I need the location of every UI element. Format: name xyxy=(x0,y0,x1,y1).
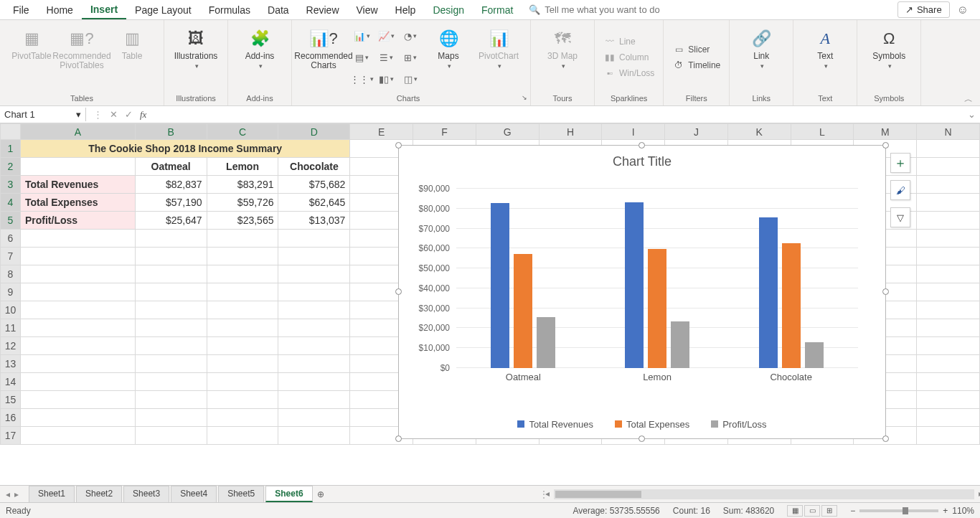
cell-B4[interactable]: $57,190 xyxy=(135,194,207,212)
expand-formula-bar[interactable]: ⌄ xyxy=(963,109,980,120)
worksheet-grid[interactable]: ABCDEFGHIJKLMN1The Cookie Shop 2018 Inco… xyxy=(0,123,980,482)
column-header-C[interactable]: C xyxy=(207,124,278,140)
row-header-14[interactable]: 14 xyxy=(1,373,21,391)
tab-page-layout[interactable]: Page Layout xyxy=(126,1,200,19)
cell-B15[interactable] xyxy=(135,391,207,409)
collapse-ribbon-button[interactable]: ︿ xyxy=(957,93,980,105)
tab-view[interactable]: View xyxy=(348,1,387,19)
column-header-H[interactable]: H xyxy=(539,124,602,140)
chart-title[interactable]: Chart Title xyxy=(399,154,885,169)
cell-B9[interactable] xyxy=(135,283,207,301)
cell-A4[interactable]: Total Expenses xyxy=(20,194,135,212)
cell-B17[interactable] xyxy=(135,427,207,445)
share-button[interactable]: ↗ Share xyxy=(897,1,950,18)
chart-plot-area[interactable] xyxy=(456,189,858,368)
cell-D7[interactable] xyxy=(278,248,350,265)
sheet-tab-sheet3[interactable]: Sheet3 xyxy=(123,486,169,502)
column-header-G[interactable]: G xyxy=(476,124,539,140)
pivotchart-button[interactable]: 📊PivotChart xyxy=(476,27,522,88)
sparkline-line-button[interactable]: 〰Line xyxy=(603,35,654,48)
cell-C10[interactable] xyxy=(207,301,278,319)
bar-total-expenses-chocolate[interactable] xyxy=(782,243,801,368)
cell-C14[interactable] xyxy=(207,373,278,391)
sheet-tab-sheet5[interactable]: Sheet5 xyxy=(218,486,264,502)
timeline-button[interactable]: ⏱Timeline xyxy=(672,59,720,72)
cell-D17[interactable] xyxy=(278,427,350,445)
cell-C8[interactable] xyxy=(207,265,278,283)
column-header-F[interactable]: F xyxy=(413,124,476,140)
cell-A8[interactable] xyxy=(20,265,135,283)
chart-styles-button[interactable]: 🖌 xyxy=(890,180,910,200)
cell-N3[interactable] xyxy=(917,176,980,194)
cell-A9[interactable] xyxy=(20,283,135,301)
cell-B3[interactable]: $82,837 xyxy=(135,176,207,194)
cell-N8[interactable] xyxy=(917,265,980,283)
cell-B5[interactable]: $25,647 xyxy=(135,212,207,230)
column-header-M[interactable]: M xyxy=(854,124,917,140)
row-header-9[interactable]: 9 xyxy=(1,283,21,301)
cancel-formula-button[interactable]: ✕ xyxy=(110,109,118,120)
cell-C4[interactable]: $59,726 xyxy=(207,194,278,212)
tell-me[interactable]: 🔍 Tell me what you want to do xyxy=(529,4,659,15)
column-chart-button[interactable]: 📊 xyxy=(351,27,372,45)
view-page-layout-button[interactable]: ▭ xyxy=(804,505,820,517)
waterfall-chart-button[interactable]: ▮▯ xyxy=(375,70,397,88)
recommended-charts-button[interactable]: 📊?Recommended Charts xyxy=(301,27,347,88)
cell-C17[interactable] xyxy=(207,427,278,445)
cell-C16[interactable] xyxy=(207,409,278,427)
view-normal-button[interactable]: ▦ xyxy=(787,505,803,517)
embedded-chart[interactable]: ＋ 🖌 ▽ Chart Title $0$10,000$20,000$30,00… xyxy=(398,145,886,439)
cell-D5[interactable]: $13,037 xyxy=(278,212,350,230)
cell-A12[interactable] xyxy=(20,337,135,355)
sheet-nav-next[interactable]: ▸ xyxy=(14,489,19,499)
cell-N2[interactable] xyxy=(917,158,980,176)
cell-N5[interactable] xyxy=(917,212,980,230)
tab-review[interactable]: Review xyxy=(298,1,348,19)
row-header-4[interactable]: 4 xyxy=(1,194,21,212)
cell-C5[interactable]: $23,565 xyxy=(207,212,278,230)
cell-N9[interactable] xyxy=(917,283,980,301)
cell-N16[interactable] xyxy=(917,409,980,427)
name-box[interactable]: Chart 1▾ xyxy=(0,108,86,121)
row-header-3[interactable]: 3 xyxy=(1,176,21,194)
cell-N4[interactable] xyxy=(917,194,980,212)
tab-help[interactable]: Help xyxy=(387,1,425,19)
cell-C2[interactable]: Lemon xyxy=(207,158,278,176)
cell-D3[interactable]: $75,682 xyxy=(278,176,350,194)
cell-N7[interactable] xyxy=(917,248,980,265)
row-header-7[interactable]: 7 xyxy=(1,248,21,265)
zoom-out-button[interactable]: − xyxy=(850,506,855,516)
fx-icon[interactable]: fx xyxy=(140,109,146,121)
sparkline-column-button[interactable]: ▮▮Column xyxy=(603,51,654,64)
bar-profit-loss-chocolate[interactable] xyxy=(805,342,824,368)
sheet-tab-sheet6[interactable]: Sheet6 xyxy=(265,486,312,502)
cell-C13[interactable] xyxy=(207,355,278,373)
row-header-15[interactable]: 15 xyxy=(1,391,21,409)
chart-filters-button[interactable]: ▽ xyxy=(890,207,910,227)
line-chart-button[interactable]: 📈 xyxy=(375,27,397,45)
cell-N14[interactable] xyxy=(917,373,980,391)
zoom-control[interactable]: − + 110% xyxy=(850,506,974,516)
cell-D6[interactable] xyxy=(278,230,350,248)
insert-function-arrow[interactable]: ⋮ xyxy=(93,109,103,120)
formula-input[interactable] xyxy=(154,113,963,116)
row-header-1[interactable]: 1 xyxy=(1,140,21,158)
cell-D2[interactable]: Chocolate xyxy=(278,158,350,176)
column-header-A[interactable]: A xyxy=(20,124,135,140)
cell-C3[interactable]: $83,291 xyxy=(207,176,278,194)
row-header-17[interactable]: 17 xyxy=(1,427,21,445)
cell-N10[interactable] xyxy=(917,301,980,319)
bar-total-revenues-oatmeal[interactable] xyxy=(491,203,509,368)
zoom-level[interactable]: 110% xyxy=(952,506,974,516)
cell-B2[interactable]: Oatmeal xyxy=(135,158,207,176)
statistic-chart-button[interactable]: ⊞ xyxy=(400,48,421,67)
addins-button[interactable]: 🧩Add-ins xyxy=(237,27,283,88)
cell-A15[interactable] xyxy=(20,391,135,409)
cell-A10[interactable] xyxy=(20,301,135,319)
row-header-11[interactable]: 11 xyxy=(1,319,21,337)
cell-D15[interactable] xyxy=(278,391,350,409)
cell-B10[interactable] xyxy=(135,301,207,319)
view-page-break-button[interactable]: ⊞ xyxy=(821,505,837,517)
cell-C11[interactable] xyxy=(207,319,278,337)
bar-profit-loss-oatmeal[interactable] xyxy=(537,317,555,368)
